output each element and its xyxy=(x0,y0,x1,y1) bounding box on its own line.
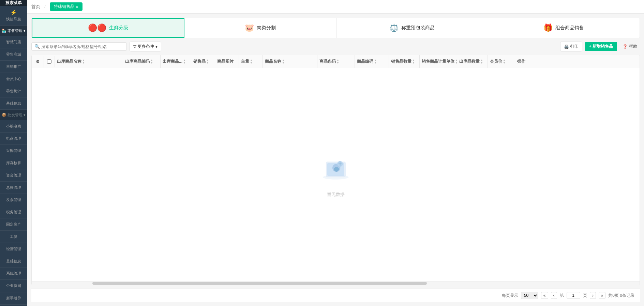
sidebar-item-invoice[interactable]: 发票管理 xyxy=(0,194,27,206)
sort-icon[interactable]: ▲▼ xyxy=(250,59,253,64)
sidebar-item-inventory[interactable]: 库存核算 xyxy=(0,157,27,169)
category-tabs: 🔴🔴 生鲜分级 🐷 肉类分割 ⚖️ 称重预包装商品 🎁 组合商品销售 xyxy=(31,18,640,38)
filter-button[interactable]: ▽ 更多条件 ▾ xyxy=(130,42,161,51)
chevron-down-icon: ▾ xyxy=(24,29,26,33)
tab-combo-sale[interactable]: 🎁 组合商品销售 xyxy=(488,18,640,38)
sidebar-label: 固定资产 xyxy=(6,222,21,227)
sidebar-item-new-guide[interactable]: 新手引导 xyxy=(0,292,27,305)
th-out-qty: 出库品数量 ▲▼ xyxy=(457,55,488,68)
sidebar-item-marketing[interactable]: 营销推广 xyxy=(0,61,27,73)
sidebar-item-member[interactable]: 会员中心 xyxy=(0,73,27,85)
print-label: 打印 xyxy=(570,44,579,49)
select-all-checkbox[interactable] xyxy=(47,59,51,64)
sidebar-label: 零售商城 xyxy=(6,52,21,57)
sidebar-item-ecom-mgmt[interactable]: 电商管理 xyxy=(0,133,27,145)
sidebar-item-tax[interactable]: 税务管理 xyxy=(0,206,27,218)
sidebar-label: 基础信息 xyxy=(6,259,21,264)
sort-icon[interactable]: ▲▼ xyxy=(150,59,153,64)
sort-icon[interactable]: ▲▼ xyxy=(282,59,285,64)
sidebar-label: 智慧门店 xyxy=(6,40,21,45)
help-button[interactable]: ❓ 帮助 xyxy=(620,42,640,51)
sidebar-item-basic-info2[interactable]: 基础信息 xyxy=(0,255,27,267)
data-table: ⚙ 出库商品名称 ▲▼ 出库商品编码 ▲▼ 出库商品... ▲▼ xyxy=(31,55,640,285)
horizontal-scrollbar[interactable] xyxy=(32,281,640,285)
last-page-button[interactable]: » xyxy=(599,292,606,299)
search-box[interactable]: 🔍 xyxy=(31,42,127,51)
print-button[interactable]: 🖨️ 打印 xyxy=(560,42,582,51)
th-out-code: 出库商品编码 ▲▼ xyxy=(123,55,161,68)
sidebar-item-biz-mgmt[interactable]: 经营管理 xyxy=(0,243,27,255)
column-settings-icon[interactable]: ⚙ xyxy=(36,59,40,64)
sort-icon[interactable]: ▲▼ xyxy=(183,59,186,64)
sidebar-item-basic-info[interactable]: 基础信息 xyxy=(0,97,27,110)
filter-icon: ▽ xyxy=(133,44,136,49)
scrollbar-thumb[interactable] xyxy=(92,282,427,285)
tab-label: 生鲜分级 xyxy=(109,25,128,31)
sidebar-label: 新手引导 xyxy=(6,296,21,301)
th-out-spec: 出库商品... ▲▼ xyxy=(161,55,191,68)
sidebar-item-labor[interactable]: 工资 xyxy=(0,231,27,243)
sort-icon[interactable]: ▲▼ xyxy=(412,59,415,64)
help-label: 帮助 xyxy=(629,44,637,49)
sidebar-section-retail[interactable]: 🏪 零售管理 ▾ xyxy=(0,26,27,36)
tab-meat-cut[interactable]: 🐷 肉类分割 xyxy=(184,18,336,38)
page-size-select[interactable]: 50 10 20 100 xyxy=(521,292,538,299)
sidebar-label: 企业协同 xyxy=(6,283,21,288)
next-page-button[interactable]: › xyxy=(590,292,596,299)
sort-icon[interactable]: ▲▼ xyxy=(206,59,209,64)
tab-label: 肉类分割 xyxy=(257,25,276,31)
sidebar-item-retail-mall[interactable]: 零售商城 xyxy=(0,48,27,61)
sidebar-label: 总账管理 xyxy=(6,185,21,190)
page-body: 🔴🔴 生鲜分级 🐷 肉类分割 ⚖️ 称重预包装商品 🎁 组合商品销售 🔍 xyxy=(27,14,644,306)
page-unit: 页 xyxy=(583,293,587,299)
sidebar-label: 系统管理 xyxy=(6,271,21,276)
sidebar-item-purchase[interactable]: 采购管理 xyxy=(0,145,27,157)
th-sale-qty: 销售品数量 ▲▼ xyxy=(389,55,420,68)
th-barcode: 商品条码 ▲▼ xyxy=(317,55,355,68)
sidebar-item-quick-nav[interactable]: ⚡ 快捷导航 xyxy=(0,6,27,26)
sidebar-section-wholesale[interactable]: 📦 批发管理 ▾ xyxy=(0,110,27,120)
tab-close-button[interactable]: × xyxy=(76,4,78,10)
search-icon: 🔍 xyxy=(34,44,40,49)
quick-nav-icon: ⚡ xyxy=(10,9,17,16)
sidebar-item-smart-store[interactable]: 智慧门店 xyxy=(0,36,27,48)
sort-icon[interactable]: ▲▼ xyxy=(336,59,339,64)
sidebar-logo-text[interactable]: 搜索菜单 xyxy=(5,0,22,6)
tab-label: 组合商品销售 xyxy=(555,25,584,31)
chevron-down-icon: ▾ xyxy=(155,44,158,49)
current-page-input[interactable] xyxy=(567,292,580,299)
th-weight: 主量 ▲▼ xyxy=(239,55,263,68)
th-settings[interactable]: ⚙ xyxy=(32,56,44,67)
sidebar-item-mini-ecom[interactable]: 小畅电商 xyxy=(0,120,27,133)
breadcrumb-home[interactable]: 首页 xyxy=(31,4,40,10)
first-page-button[interactable]: « xyxy=(541,292,548,299)
fresh-grade-icon: 🔴🔴 xyxy=(88,24,106,32)
sidebar-item-general-ledger[interactable]: 总账管理 xyxy=(0,182,27,194)
sort-icon[interactable]: ▲▼ xyxy=(503,59,506,64)
top-bar: 首页 / 特殊销售品 × xyxy=(27,0,644,14)
sidebar-item-finance[interactable]: 资金管理 xyxy=(0,169,27,182)
sort-icon[interactable]: ▲▼ xyxy=(374,59,377,64)
sidebar-item-sys-mgmt[interactable]: 系统管理 xyxy=(0,267,27,280)
th-out-name: 出库商品名称 ▲▼ xyxy=(55,55,123,68)
toolbar-right: 🖨️ 打印 + 新增销售品 ❓ 帮助 xyxy=(560,42,640,51)
help-icon: ❓ xyxy=(623,44,628,49)
main-content: 首页 / 特殊销售品 × 🔴🔴 生鲜分级 🐷 肉类分割 ⚖️ 称重预包装商品 🎁 xyxy=(27,0,644,306)
sidebar-label: 税务管理 xyxy=(6,210,21,215)
tab-fresh-grade[interactable]: 🔴🔴 生鲜分级 xyxy=(32,18,184,38)
sidebar-label: 资金管理 xyxy=(6,173,21,178)
sidebar-item-enterprise[interactable]: 企业协同 xyxy=(0,280,27,292)
sort-icon[interactable]: ▲▼ xyxy=(480,59,483,64)
sidebar-item-fixed-assets[interactable]: 固定资产 xyxy=(0,218,27,231)
search-input[interactable] xyxy=(41,44,124,49)
add-product-button[interactable]: + 新增销售品 xyxy=(585,42,617,51)
sidebar-item-retail-stats[interactable]: 零售统计 xyxy=(0,85,27,97)
tab-weigh-pack[interactable]: ⚖️ 称重预包装商品 xyxy=(336,18,488,38)
print-icon: 🖨️ xyxy=(564,44,569,49)
th-vip-price: 会员价 ▲▼ xyxy=(488,55,515,68)
sidebar-item-settings[interactable]: ⚙️ xyxy=(0,305,27,306)
th-checkbox[interactable] xyxy=(44,56,55,67)
sort-icon[interactable]: ▲▼ xyxy=(82,59,85,64)
prev-page-button[interactable]: ‹ xyxy=(551,292,557,299)
active-tab[interactable]: 特殊销售品 × xyxy=(50,2,83,11)
